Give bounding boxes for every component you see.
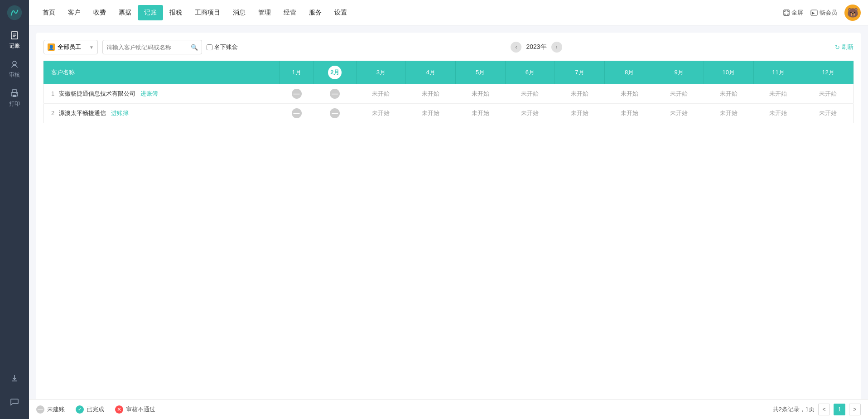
th-oct: 10月 <box>704 61 754 84</box>
table-row: 1 安徽畅捷通信息技术有限公司 进账簿 — — 未开始 未开始 未开始 未开始 … <box>44 84 854 104</box>
row1-m3: 未开始 <box>356 84 406 104</box>
row1-link[interactable]: 进账簿 <box>140 90 158 97</box>
row1-m12: 未开始 <box>803 84 854 104</box>
nav-invoice[interactable]: 票据 <box>112 0 138 25</box>
row2-name: 漯澳太平畅捷通信 <box>59 110 106 116</box>
svg-rect-8 <box>13 95 16 97</box>
legend-rejected: ✕ 审核不通过 <box>115 405 155 414</box>
member-button[interactable]: ▶ 畅会员 <box>810 9 837 17</box>
row1-m1: — <box>280 84 314 104</box>
sidebar-logo <box>0 0 29 25</box>
row1-m5: 未开始 <box>455 84 505 104</box>
next-year-button[interactable]: › <box>551 42 562 53</box>
th-feb: 2月 <box>313 61 356 84</box>
nav-home[interactable]: 首页 <box>36 0 62 25</box>
chat-icon <box>9 396 20 407</box>
nav-billing[interactable]: 收费 <box>87 0 112 25</box>
svg-rect-10 <box>784 10 789 15</box>
sidebar-item-print-label: 打印 <box>9 100 20 108</box>
audit-icon <box>9 59 20 70</box>
nav-ledger[interactable]: 记账 <box>138 5 163 20</box>
prev-page-button[interactable]: < <box>818 404 830 415</box>
checkbox-label[interactable]: 名下账套 <box>207 43 238 51</box>
table-header: 客户名称 1月 2月 3月 4月 5月 6月 7月 8月 9月 <box>44 61 854 84</box>
status-dash-icon: — <box>330 89 340 99</box>
row2-m10: 未开始 <box>704 104 754 123</box>
row2-m7: 未开始 <box>555 104 605 123</box>
legend-not-started: — 未建账 <box>36 405 65 414</box>
refresh-label: 刷新 <box>842 43 854 51</box>
employee-select-label: 全部员工 <box>58 43 81 51</box>
th-dec: 12月 <box>803 61 854 84</box>
toolbar: 👤 全部员工 ▼ 🔍 名下账套 ‹ 2023年 › <box>43 40 854 54</box>
nav-service[interactable]: 服务 <box>303 0 328 25</box>
legend-red-icon: ✕ <box>115 405 123 414</box>
next-page-button[interactable]: > <box>849 404 861 415</box>
topnav: 首页 客户 收费 票据 记账 报税 工商项目 消息 管理 经营 服务 设置 全屏… <box>29 0 868 25</box>
row1-m8: 未开始 <box>604 84 654 104</box>
employee-select[interactable]: 👤 全部员工 ▼ <box>43 40 98 54</box>
sidebar-item-chat[interactable] <box>0 392 29 412</box>
nav-settings[interactable]: 设置 <box>328 0 353 25</box>
th-jun: 6月 <box>505 61 555 84</box>
row1-m2: — <box>313 84 356 104</box>
sidebar-item-ledger-label: 记账 <box>9 42 20 50</box>
nav-tax[interactable]: 报税 <box>163 0 188 25</box>
legend-green-icon: ✓ <box>76 405 84 414</box>
legend-completed-label: 已完成 <box>87 405 104 414</box>
sidebar-item-audit[interactable]: 审核 <box>0 54 29 83</box>
row2-m9: 未开始 <box>654 104 704 123</box>
ledger-icon <box>9 30 20 41</box>
checkbox-mine[interactable] <box>207 44 212 50</box>
checkbox-text: 名下账套 <box>214 43 238 51</box>
search-input[interactable] <box>106 44 188 51</box>
total-records: 共2条记录，1页 <box>773 405 815 414</box>
th-nov: 11月 <box>753 61 803 84</box>
row2-link[interactable]: 进账簿 <box>111 110 129 116</box>
member-label: 畅会员 <box>820 9 837 17</box>
nav-operations[interactable]: 经营 <box>277 0 303 25</box>
row2-m4: 未开始 <box>406 104 456 123</box>
nav-right: 全屏 ▶ 畅会员 🐻 <box>783 5 861 21</box>
row1-index: 1 <box>51 90 54 97</box>
th-aug: 8月 <box>604 61 654 84</box>
nav-message[interactable]: 消息 <box>227 0 252 25</box>
prev-year-button[interactable]: ‹ <box>511 42 521 53</box>
content-card: 👤 全部员工 ▼ 🔍 名下账套 ‹ 2023年 › <box>36 33 861 399</box>
row2-m2: — <box>313 104 356 123</box>
pagination: 共2条记录，1页 < 1 > <box>773 404 861 415</box>
fullscreen-button[interactable]: 全屏 <box>783 9 803 17</box>
print-icon <box>9 88 20 99</box>
main-area: 首页 客户 收费 票据 记账 报税 工商项目 消息 管理 经营 服务 设置 全屏… <box>29 0 868 419</box>
svg-point-9 <box>16 93 17 94</box>
current-page-button[interactable]: 1 <box>834 404 845 415</box>
svg-rect-6 <box>12 90 17 92</box>
row2-m5: 未开始 <box>455 104 505 123</box>
row2-m3: 未开始 <box>356 104 406 123</box>
row1-m10: 未开始 <box>704 84 754 104</box>
nav-manage[interactable]: 管理 <box>252 0 277 25</box>
refresh-button[interactable]: ↻ 刷新 <box>835 43 854 51</box>
row2-m1: — <box>280 104 314 123</box>
th-mar: 3月 <box>356 61 406 84</box>
sidebar-item-ledger[interactable]: 记账 <box>0 25 29 54</box>
sidebar: 记账 审核 打印 <box>0 0 29 419</box>
sidebar-item-download[interactable] <box>0 368 29 388</box>
refresh-icon: ↻ <box>835 44 840 51</box>
row2-m6: 未开始 <box>505 104 555 123</box>
nav-customer[interactable]: 客户 <box>62 0 87 25</box>
sidebar-bottom <box>0 368 29 419</box>
status-dash-icon: — <box>292 89 302 99</box>
avatar[interactable]: 🐻 <box>844 5 861 21</box>
fullscreen-label: 全屏 <box>791 9 803 17</box>
row2-m11: 未开始 <box>753 104 803 123</box>
row2-m8: 未开始 <box>604 104 654 123</box>
employee-icon: 👤 <box>48 43 55 51</box>
th-sep: 9月 <box>654 61 704 84</box>
nav-bizitems[interactable]: 工商项目 <box>188 0 227 25</box>
search-icon[interactable]: 🔍 <box>191 44 198 51</box>
content-area: 👤 全部员工 ▼ 🔍 名下账套 ‹ 2023年 › <box>29 25 868 399</box>
sidebar-item-print[interactable]: 打印 <box>0 83 29 112</box>
svg-point-5 <box>13 61 16 65</box>
th-apr: 4月 <box>406 61 456 84</box>
